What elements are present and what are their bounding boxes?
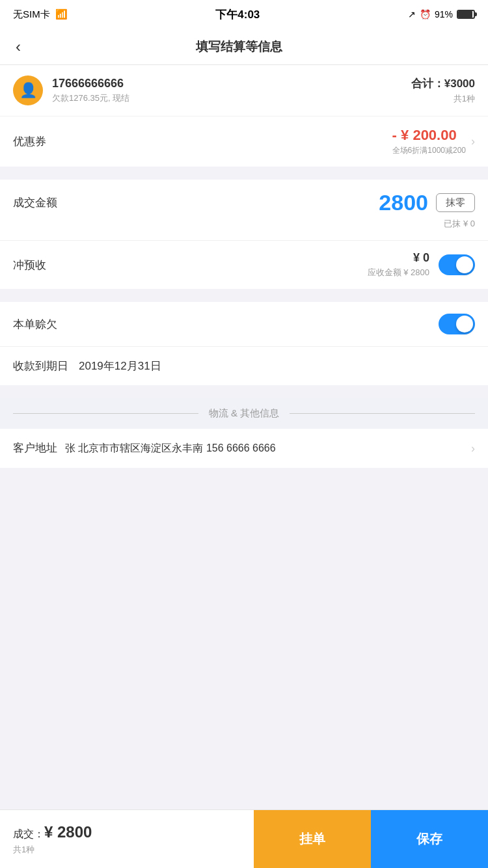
due-date-section: 收款到期日 2019年12月31日 <box>0 346 488 385</box>
deal-prefix: 成交： <box>13 828 44 839</box>
coupon-discount: - ¥ 200.00 <box>392 127 466 144</box>
amount-card: 成交金额 2800 抹零 已抹 ¥ 0 冲预收 ¥ 0 应收金额 ¥ 2800 <box>0 180 488 289</box>
writeoff-toggle[interactable] <box>439 314 475 334</box>
address-content: 张 北京市市辖区海淀区永丰南 156 6666 6666 <box>65 441 463 456</box>
battery-percent: 91% <box>435 9 453 20</box>
hold-button[interactable]: 挂单 <box>254 810 371 868</box>
coupon-desc: 全场6折满1000减200 <box>392 145 466 156</box>
precollect-sub: 应收金额 ¥ 2800 <box>368 267 429 278</box>
status-left: 无SIM卡 📶 <box>13 8 68 21</box>
bottom-info: 成交：¥ 2800 共1种 <box>0 810 254 868</box>
section-divider-3 <box>0 392 488 398</box>
section-divider-2 <box>0 295 488 302</box>
logistics-line-right <box>290 413 475 414</box>
amount-label: 成交金额 <box>13 195 57 210</box>
precollect-amount: ¥ 0 <box>368 251 429 265</box>
coupon-chevron: › <box>471 135 475 148</box>
address-row[interactable]: 客户地址 张 北京市市辖区海淀区永丰南 156 6666 6666 › <box>0 429 488 468</box>
logistics-line-left <box>13 413 198 414</box>
total-amount: 合计：¥3000 <box>411 76 475 91</box>
toggle-knob <box>456 256 473 273</box>
no-sim-text: 无SIM卡 <box>13 8 50 21</box>
customer-sub: 欠款1276.35元, 现结 <box>52 92 129 104</box>
precollect-section: 冲预收 ¥ 0 应收金额 ¥ 2800 <box>0 240 488 289</box>
amount-sub: 已抹 ¥ 0 <box>13 218 475 230</box>
bottom-bar: 成交：¥ 2800 共1种 挂单 保存 <box>0 809 488 868</box>
main-content: 👤 17666666666 欠款1276.35元, 现结 合计：¥3000 共1… <box>0 65 488 604</box>
total-value: ¥3000 <box>444 77 475 90</box>
coupon-right: - ¥ 200.00 全场6折满1000减200 › <box>392 127 475 156</box>
amount-number: 2800 <box>379 190 428 215</box>
precollect-label: 冲预收 <box>13 258 46 273</box>
amount-section: 成交金额 2800 抹零 已抹 ¥ 0 <box>0 180 488 240</box>
save-button[interactable]: 保存 <box>371 810 488 868</box>
customer-phone: 17666666666 <box>52 77 129 90</box>
precollect-row: 冲预收 ¥ 0 应收金额 ¥ 2800 <box>13 251 475 278</box>
section-divider-1 <box>0 173 488 180</box>
due-date-value: 2019年12月31日 <box>79 359 161 373</box>
writeoff-card: 本单赊欠 收款到期日 2019年12月31日 <box>0 302 488 385</box>
coupon-info: - ¥ 200.00 全场6折满1000减200 <box>392 127 466 156</box>
page-title: 填写结算等信息 <box>31 38 446 55</box>
deal-amount: ¥ 2800 <box>44 823 92 841</box>
precollect-values: ¥ 0 应收金额 ¥ 2800 <box>368 251 429 278</box>
due-date-label: 收款到期日 <box>13 359 68 373</box>
bottom-deal-label: 成交：¥ 2800 <box>13 823 241 841</box>
due-date-row: 收款到期日 2019年12月31日 <box>13 359 475 373</box>
battery-bar <box>457 10 475 19</box>
customer-card: 👤 17666666666 欠款1276.35元, 现结 合计：¥3000 共1… <box>0 65 488 167</box>
precollect-toggle[interactable] <box>439 254 475 275</box>
address-chevron: › <box>471 442 475 455</box>
customer-left: 👤 17666666666 欠款1276.35元, 现结 <box>13 75 129 105</box>
writeoff-row: 本单赊欠 <box>0 302 488 346</box>
precollect-right: ¥ 0 应收金额 ¥ 2800 <box>368 251 475 278</box>
coupon-row[interactable]: 优惠券 - ¥ 200.00 全场6折满1000减200 › <box>0 116 488 167</box>
coupon-label: 优惠券 <box>13 134 46 149</box>
round-button[interactable]: 抹零 <box>436 193 475 212</box>
status-right: ↗ ⏰ 91% <box>408 9 475 20</box>
amount-row: 成交金额 2800 抹零 <box>13 190 475 215</box>
battery-fill <box>458 11 472 18</box>
navigation-icon: ↗ <box>408 9 416 20</box>
writeoff-label: 本单赊欠 <box>13 317 57 332</box>
nav-bar: ‹ 填写结算等信息 <box>0 29 488 65</box>
avatar: 👤 <box>13 75 43 105</box>
back-button[interactable]: ‹ <box>10 33 26 61</box>
customer-info: 17666666666 欠款1276.35元, 现结 <box>52 77 129 104</box>
item-count: 共1种 <box>411 93 475 105</box>
bottom-count: 共1种 <box>13 844 241 856</box>
address-label: 客户地址 <box>13 441 57 455</box>
logistics-divider: 物流 & 其他信息 <box>0 398 488 429</box>
total-label: 合计： <box>411 77 444 90</box>
amount-value-wrap: 2800 抹零 <box>379 190 475 215</box>
writeoff-toggle-knob <box>456 316 473 332</box>
status-time: 下午4:03 <box>215 7 260 22</box>
wifi-icon: 📶 <box>55 8 68 20</box>
customer-total: 合计：¥3000 共1种 <box>411 76 475 105</box>
alarm-icon: ⏰ <box>420 9 431 20</box>
status-bar: 无SIM卡 📶 下午4:03 ↗ ⏰ 91% <box>0 0 488 29</box>
customer-row: 👤 17666666666 欠款1276.35元, 现结 合计：¥3000 共1… <box>0 65 488 116</box>
bottom-space <box>0 468 488 546</box>
logistics-text: 物流 & 其他信息 <box>198 407 290 420</box>
